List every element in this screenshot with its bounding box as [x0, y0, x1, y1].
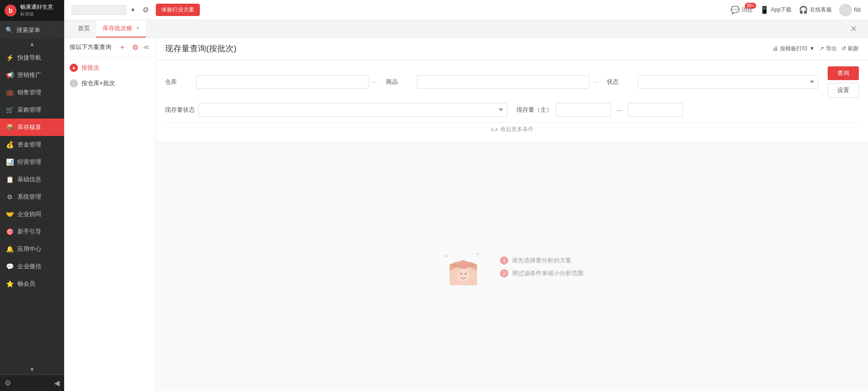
right-content: 现存量查询(按批次) 🖨 按模板打印 ▼ ↗ 导出 ↺ [156, 38, 868, 391]
sidebar-item-label: 企业协同 [17, 210, 41, 218]
query-button[interactable]: 查询 [828, 66, 859, 80]
tab-home-label: 首页 [78, 24, 90, 33]
sidebar-item-label: 应用中心 [17, 245, 41, 253]
inventory-amount-filter: 现存量（主） — [516, 103, 859, 117]
sidebar-item-app-center[interactable]: 🔔 应用中心 [0, 240, 64, 258]
scheme-item-label: 按仓库+批次 [82, 79, 115, 87]
topbar-settings-button[interactable]: ⚙ [139, 4, 152, 16]
sidebar-scroll-up[interactable]: ▲ [0, 39, 64, 49]
sidebar-item-label: 资金管理 [17, 141, 41, 149]
basic-icon: 📋 [5, 175, 14, 184]
wechat-icon: 💬 [5, 262, 14, 271]
sidebar-item-member[interactable]: ⭐ 畅会员 [0, 275, 64, 293]
tab-inventory-batch[interactable]: 库存批次账 × [96, 20, 146, 38]
sidebar-item-label: 经营管理 [17, 158, 41, 166]
warehouse-more-button[interactable]: ··· [372, 79, 377, 85]
sidebar-item-marketing[interactable]: 📢 营销推广 [0, 66, 64, 84]
content-area: 按以下方案查询 ＋ ⚙ ≪ ● 按批次 ○ 按 [64, 38, 868, 391]
topbar-left: ▼ ⚙ 体验行业方案 [71, 4, 725, 16]
scheme-item-by-warehouse-batch[interactable]: ○ 按仓库+批次 [64, 76, 155, 91]
inventory-status-select[interactable] [198, 103, 507, 117]
messages-button[interactable]: 💬 消息 99+ [731, 5, 753, 14]
print-label: 按模板打印 [780, 45, 808, 53]
tab-bar: 首页 库存批次账 × ✕ [64, 20, 868, 38]
collapse-sidebar-icon[interactable]: ◀ [54, 379, 60, 387]
breadcrumb-input[interactable] [71, 5, 126, 15]
sidebar-item-wechat[interactable]: 💬 企业微信 [0, 258, 64, 275]
sidebar-item-label: 新手引导 [17, 228, 41, 236]
status-select[interactable] [638, 75, 819, 89]
tab-close-icon[interactable]: × [136, 25, 139, 32]
refresh-button[interactable]: ↺ 刷新 [841, 45, 859, 53]
app-center-icon: 🔔 [5, 245, 14, 253]
export-button[interactable]: ↗ 导出 [819, 45, 837, 53]
product-more-button[interactable]: ··· [593, 79, 598, 85]
print-dropdown-icon: ▼ [809, 45, 815, 52]
svg-text:✦: ✦ [472, 280, 474, 283]
product-input[interactable] [417, 75, 589, 89]
user-avatar-button[interactable]: Rit [839, 4, 861, 16]
tip-text-2: 用过滤条件来缩小分析范围 [512, 269, 583, 277]
svg-text:✦: ✦ [444, 254, 448, 259]
sidebar-scroll-down[interactable]: ▼ [0, 364, 64, 375]
sidebar-item-enterprise[interactable]: 🤝 企业协同 [0, 206, 64, 223]
sidebar-item-guide[interactable]: 🎯 新手引导 [0, 223, 64, 240]
quick-nav-icon: ⚡ [5, 54, 14, 62]
settings-button[interactable]: 设置 [828, 83, 859, 98]
left-panel-items: ● 按批次 ○ 按仓库+批次 [64, 57, 155, 391]
export-icon: ↗ [819, 45, 824, 52]
inventory-status-label: 现存量状态 [165, 106, 195, 114]
inventory-amount-min-input[interactable] [556, 103, 611, 117]
collapse-more-button[interactable]: ∧∧ 收起更多条件 [165, 122, 859, 136]
sidebar-item-business[interactable]: 📊 经营管理 [0, 153, 64, 171]
sidebar-item-purchase[interactable]: 🛒 采购管理 [0, 101, 64, 119]
empty-tips: 1 请先选择要分析的方案 2 用过滤条件来缩小分析范围 [500, 256, 583, 277]
sidebar-item-quick-nav[interactable]: ⚡ 快捷导航 [0, 49, 64, 66]
sidebar-item-label: 销售管理 [17, 88, 41, 97]
user-name: Rit [854, 7, 861, 13]
left-panel: 按以下方案查询 ＋ ⚙ ≪ ● 按批次 ○ 按 [64, 38, 156, 391]
page-header: 现存量查询(按批次) 🖨 按模板打印 ▼ ↗ 导出 ↺ [156, 38, 868, 60]
print-icon: 🖨 [773, 45, 778, 52]
app-info: 畅康通好生意 标准版 [20, 4, 53, 17]
app-logo: b [5, 5, 16, 16]
inventory-amount-max-input[interactable] [628, 103, 683, 117]
scheme-item-by-batch[interactable]: ● 按批次 [64, 60, 155, 76]
inventory-amount-label: 现存量（主） [516, 106, 552, 114]
online-service-label: 在线客服 [810, 6, 832, 14]
sidebar-item-system[interactable]: ⚙ 系统管理 [0, 188, 64, 206]
scheme-settings-button[interactable]: ⚙ [130, 42, 140, 52]
trial-button[interactable]: 体验行业方案 [156, 4, 200, 16]
settings-icon[interactable]: ⚙ [5, 379, 11, 387]
sidebar-search[interactable]: 🔍 搜索菜单 [0, 22, 64, 39]
topbar: ▼ ⚙ 体验行业方案 💬 消息 99+ 📱 App下载 🎧 在线客服 Rit [64, 0, 868, 20]
add-scheme-button[interactable]: ＋ [117, 42, 127, 52]
dropdown-button[interactable]: ▼ [130, 7, 136, 13]
warehouse-input[interactable] [196, 75, 368, 89]
online-service-button[interactable]: 🎧 在线客服 [799, 5, 832, 14]
tab-home[interactable]: 首页 [71, 20, 96, 38]
sidebar-item-finance[interactable]: 💰 资金管理 [0, 136, 64, 153]
refresh-icon: ↺ [841, 45, 846, 52]
collapse-up-icon: ∧∧ [490, 126, 499, 133]
sidebar: b 畅康通好生意 标准版 🔍 搜索菜单 ▲ ⚡ 快捷导航 📢 营销推广 💼 销售… [0, 0, 64, 391]
sidebar-item-sales[interactable]: 💼 销售管理 [0, 84, 64, 101]
marketing-icon: 📢 [5, 71, 14, 79]
sidebar-item-inventory[interactable]: 📦 库存核算 [0, 119, 64, 136]
app-title: 畅康通好生意 [20, 4, 53, 11]
status-label: 状态 [607, 78, 634, 86]
app-download-button[interactable]: 📱 App下载 [760, 5, 791, 14]
sidebar-item-label: 畅会员 [17, 280, 35, 288]
filter-section: 仓库 ··· 商品 ··· 状态 [156, 60, 868, 143]
page-actions: 🖨 按模板打印 ▼ ↗ 导出 ↺ 刷新 [773, 45, 859, 53]
export-label: 导出 [826, 45, 837, 53]
print-button[interactable]: 🖨 按模板打印 ▼ [773, 45, 815, 53]
empty-state: ✦ ✦ ✦ 1 请先选择要分析的方案 2 用过滤条件来缩小分析范围 [156, 143, 868, 391]
enterprise-icon: 🤝 [5, 210, 14, 218]
sidebar-item-basic[interactable]: 📋 基础信息 [0, 171, 64, 188]
product-label: 商品 [386, 78, 413, 86]
panel-collapse-button[interactable]: ≪ [143, 43, 150, 51]
svg-point-5 [460, 273, 462, 275]
tab-panel-close-icon[interactable]: ✕ [846, 24, 861, 34]
plus-icon: ＋ [119, 43, 126, 52]
